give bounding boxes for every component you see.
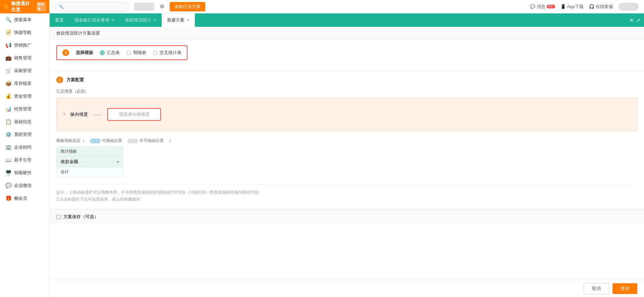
sidebar-item-vip[interactable]: 🎁 畅会员: [0, 192, 49, 205]
template-radio-group: 汇总表 明细表 交叉统计表: [100, 50, 181, 56]
messages-badge: 99+: [547, 5, 555, 8]
sidebar-item-management[interactable]: 📊 经营管理: [0, 103, 49, 115]
industry-btn[interactable]: 体验行业方案: [170, 2, 205, 11]
query-button[interactable]: 查询: [612, 283, 637, 294]
guide-icon: 📖: [5, 157, 11, 163]
sidebar-item-label: 资金管理: [14, 93, 32, 99]
sidebar-item-collab[interactable]: 🏢 企业协同: [0, 141, 49, 154]
user-avatar: [619, 3, 639, 11]
logo-badge: 标准版: [37, 2, 46, 11]
radio-detail[interactable]: 明细表: [126, 50, 146, 56]
tip-2: 2.点击标题栏下拉可设置排序、插入列和删除列: [56, 197, 637, 202]
support-label: 在线客服: [596, 4, 613, 10]
vertical-dim-label: 纵向维度: [70, 111, 88, 117]
collab-icon: 🏢: [5, 144, 11, 150]
stats-table-header: 统计指标: [57, 147, 123, 157]
dropdown-chevron-icon[interactable]: ▾: [117, 160, 119, 164]
sidebar-item-nav[interactable]: 🧭 快捷导航: [0, 26, 49, 39]
metrics-end: ）: [169, 138, 173, 144]
sidebar-item-label: 系统管理: [14, 132, 32, 138]
sidebar-item-purchase[interactable]: 🛒 采购管理: [0, 64, 49, 77]
tabs-bar: 首页 现金银行流水查询 ✕ 收款情况统计 ✕ 新建方案 ✕ ✕ ⤢: [50, 13, 644, 27]
tips-section: 提示： 1.拖动标题栏可以调整布局，不可跨维度或指标区域拖动栏目字段（只能在同一…: [56, 184, 637, 202]
template-selection-box: 1 选择模板 汇总表 明细表: [56, 45, 187, 60]
metrics-header: 模板指标设定（ 可拖动位置 不可拖动位置 ）: [56, 138, 637, 144]
dimension-select[interactable]: 请选择分组维度: [107, 108, 161, 121]
system-icon: ⚙️: [5, 132, 11, 138]
tabs-right-actions: ✕ ⤢: [629, 17, 644, 23]
radio-cross-label: 交叉统计表: [160, 50, 181, 56]
step1-section: 1 选择模板 汇总表 明细表: [50, 40, 644, 71]
sidebar-item-label: 基础信息: [14, 119, 32, 125]
support-btn[interactable]: 🎧 在线客服: [589, 4, 613, 10]
breadcrumb: 收款情况统计方案设置: [50, 27, 644, 40]
stats-col1-sub-label: 合计: [61, 169, 69, 175]
tab-home[interactable]: 首页: [50, 17, 69, 23]
sidebar-item-label: 企业协同: [14, 144, 32, 150]
tab-close-icon[interactable]: ✕: [111, 18, 114, 22]
draggable-label: 可拖动位置: [102, 138, 122, 144]
dimension-area: * 纵向维度 —— 请选择分组维度: [56, 98, 637, 131]
sidebar-item-inventory[interactable]: 📦 库存核算: [0, 77, 49, 90]
sidebar-item-basic[interactable]: 📋 基础信息: [0, 115, 49, 128]
tab-collection[interactable]: 收款情况统计 ✕: [120, 13, 162, 27]
metrics-section: 模板指标设定（ 可拖动位置 不可拖动位置 ）: [56, 138, 637, 177]
download-icon: 📱: [560, 4, 566, 9]
sidebar-item-sales[interactable]: 💼 销售管理: [0, 52, 49, 64]
wechat-icon: 💬: [5, 183, 11, 189]
sidebar-item-search[interactable]: 🔍 搜索菜单: [0, 13, 49, 26]
tab-new-plan[interactable]: 新建方案 ✕: [162, 13, 195, 27]
basic-icon: 📋: [5, 119, 11, 125]
settings-icon[interactable]: ⚙: [160, 3, 164, 10]
tab-close-icon[interactable]: ✕: [153, 18, 156, 22]
tab-label: 新建方案: [167, 17, 184, 23]
tab-bank[interactable]: 现金银行流水查询 ✕: [69, 13, 120, 27]
sidebar-item-hardware[interactable]: 🖥️ 智能硬件: [0, 166, 49, 179]
cancel-button[interactable]: 取消: [584, 283, 609, 294]
summary-dim-label: 汇总维度（必选）: [56, 89, 637, 94]
tab-close-all-icon[interactable]: ✕: [629, 17, 634, 23]
save-label: 方案保存（可选）: [63, 214, 98, 220]
save-checkbox[interactable]: [56, 215, 61, 219]
sidebar-item-wechat[interactable]: 💬 企业微信: [0, 179, 49, 192]
stats-col1-label: 收款金额: [61, 159, 78, 165]
purchase-icon: 🛒: [5, 68, 11, 74]
sidebar-item-label: 智能硬件: [14, 170, 32, 176]
topbar-search-icon: 🔍: [59, 4, 64, 9]
tab-maximize-icon[interactable]: ⤢: [636, 17, 641, 23]
sidebar-item-label: 企业微信: [14, 183, 32, 189]
sidebar-item-label: 搜索菜单: [14, 17, 32, 23]
search-icon: 🔍: [5, 17, 11, 23]
sidebar-item-finance[interactable]: 💰 资金管理: [0, 90, 49, 103]
sidebar-item-system[interactable]: ⚙️ 系统管理: [0, 128, 49, 141]
sidebar-item-marketing[interactable]: 📢 营销推广: [0, 39, 49, 52]
step1-num: 1: [62, 49, 69, 56]
fixed-label: 不可拖动位置: [140, 138, 164, 144]
topbar-actions: 💬 消息 99+ 📱 App下载 🎧 在线客服: [530, 3, 639, 11]
arrow-icon: ——: [93, 112, 102, 117]
step2-header: 2 方案配置: [56, 77, 637, 83]
support-icon: 🎧: [589, 4, 594, 9]
tab-close-icon[interactable]: ✕: [186, 18, 190, 22]
radio-summary-label: 汇总表: [107, 50, 120, 56]
radio-summary[interactable]: 汇总表: [100, 50, 120, 56]
radio-detail-circle: [126, 50, 131, 55]
messages-btn[interactable]: 💬 消息 99+: [530, 4, 555, 10]
step2-label: 方案配置: [66, 77, 84, 83]
download-btn[interactable]: 📱 App下载: [560, 4, 584, 10]
arrow-line: ——: [93, 112, 102, 117]
sidebar-item-guide[interactable]: 📖 新手引导: [0, 154, 49, 166]
step2-section: 2 方案配置 汇总维度（必选） * 纵向维度 —— 请选择分组维度: [50, 71, 644, 209]
stats-col-header[interactable]: 收款金额 ▾: [57, 157, 123, 167]
step2-num: 2: [56, 77, 63, 83]
sidebar-item-label: 经营管理: [14, 106, 32, 112]
download-label: App下载: [567, 4, 584, 10]
logo-icon: 🟠: [3, 4, 9, 9]
inventory-icon: 📦: [5, 81, 11, 87]
vip-icon: 🎁: [5, 195, 11, 201]
radio-cross[interactable]: 交叉统计表: [153, 50, 181, 56]
step1-header: 1 选择模板 汇总表 明细表: [56, 45, 637, 60]
messages-label: 消息: [537, 4, 545, 10]
metrics-label-text: 模板指标设定（: [56, 138, 85, 144]
sidebar-logo: 🟠 畅捷通好生意 标准版: [0, 0, 49, 13]
